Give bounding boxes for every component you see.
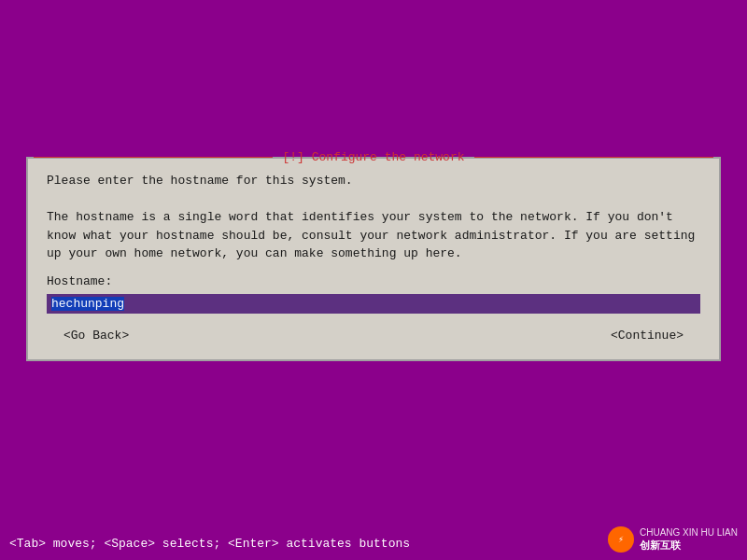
continue-button[interactable]: <Continue> <box>603 327 691 344</box>
title-line-left <box>34 157 273 158</box>
dialog-body: Please enter the hostname for this syste… <box>28 162 719 359</box>
status-bar: <Tab> moves; <Space> selects; <Enter> ac… <box>9 537 410 551</box>
watermark-text: CHUANG XIN HU LIAN 创新互联 <box>640 526 738 552</box>
dialog-title-bar: [!] Configure the network <box>28 148 719 165</box>
watermark-line1: CHUANG XIN HU LIAN <box>640 526 738 539</box>
buttons-row: <Go Back> <Continue> <box>47 327 700 344</box>
hostname-input-container[interactable] <box>47 294 700 314</box>
dialog-box: [!] Configure the network Please enter t… <box>26 157 721 361</box>
dialog-title: [!] Configure the network <box>278 150 468 164</box>
hostname-input[interactable] <box>51 297 696 311</box>
desc-line4: up your own home network, you can make s… <box>47 245 700 263</box>
watermark: ⚡ CHUANG XIN HU LIAN 创新互联 <box>608 526 738 553</box>
go-back-button[interactable]: <Go Back> <box>56 327 136 344</box>
watermark-logo-text: ⚡ <box>618 534 624 545</box>
hostname-label: Hostname: <box>47 274 700 288</box>
watermark-line2: 创新互联 <box>640 539 738 552</box>
desc-line3: know what your hostname should be, consu… <box>47 227 700 245</box>
desc-line2: The hostname is a single word that ident… <box>47 208 700 227</box>
desc-line1: Please enter the hostname for this syste… <box>47 172 700 190</box>
title-line-right <box>474 157 713 158</box>
background: [!] Configure the network Please enter t… <box>0 0 747 560</box>
description: Please enter the hostname for this syste… <box>47 172 700 263</box>
watermark-logo: ⚡ <box>608 526 634 553</box>
